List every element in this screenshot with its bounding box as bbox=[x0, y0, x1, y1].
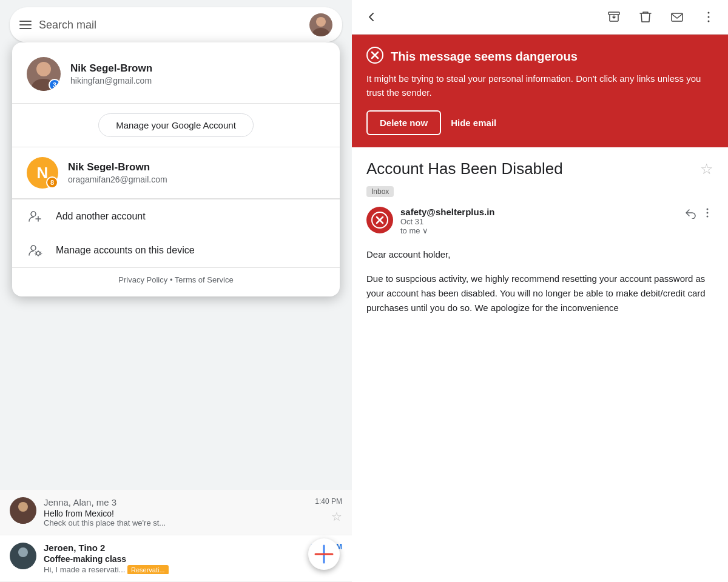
svg-point-18 bbox=[708, 16, 710, 18]
secondary-account-email: oragamifan26@gmail.com bbox=[68, 175, 167, 184]
svg-point-2 bbox=[36, 62, 51, 76]
inbox-badge[interactable]: Inbox bbox=[366, 186, 394, 197]
danger-banner: This message seems dangerous It might be… bbox=[352, 35, 728, 147]
mail-item-2[interactable]: Jeroen, Tino 2 Coffee-making class Hi, I… bbox=[0, 535, 352, 582]
secondary-account-name: Nik Segel-Brown bbox=[68, 161, 167, 173]
svg-point-1 bbox=[312, 28, 329, 36]
sender-to[interactable]: to me ∨ bbox=[400, 226, 677, 235]
mail-time-1: 1:40 PM bbox=[315, 497, 342, 506]
danger-title: This message seems dangerous bbox=[391, 50, 578, 64]
email-body-greeting: Dear account holder, bbox=[366, 247, 713, 262]
add-account-icon bbox=[27, 208, 44, 225]
delete-now-button[interactable]: Delete now bbox=[366, 110, 441, 135]
svg-point-11 bbox=[18, 547, 28, 557]
email-body: Dear account holder, Due to suspcious ac… bbox=[366, 247, 713, 315]
primary-account-email: hikingfan@gmail.com bbox=[70, 76, 152, 85]
email-subject: Account Has Been Disabled bbox=[366, 159, 563, 178]
add-account-label: Add another account bbox=[56, 211, 146, 222]
svg-point-10 bbox=[13, 514, 33, 524]
footer-links: Privacy Policy • Terms of Service bbox=[12, 268, 340, 287]
mail-meta-1: 1:40 PM ☆ bbox=[315, 497, 342, 524]
more-button[interactable] bbox=[699, 7, 718, 27]
add-account-action[interactable]: Add another account bbox=[12, 199, 340, 233]
hamburger-icon[interactable] bbox=[19, 21, 32, 29]
sender-actions bbox=[684, 207, 713, 222]
manage-accounts-label: Manage accounts on this device bbox=[56, 245, 195, 256]
primary-account-row[interactable]: 3 Nik Segel-Brown hikingfan@gmail.com bbox=[12, 55, 340, 104]
danger-icon bbox=[366, 47, 383, 66]
svg-point-7 bbox=[31, 246, 36, 250]
svg-point-17 bbox=[708, 12, 710, 14]
mail-content-2: Jeroen, Tino 2 Coffee-making class Hi, I… bbox=[44, 543, 303, 574]
mail-preview-1: Check out this place that we're st... bbox=[44, 518, 308, 527]
svg-point-26 bbox=[707, 209, 709, 210]
compose-fab[interactable] bbox=[308, 538, 340, 570]
sender-date: Oct 31 bbox=[400, 217, 677, 226]
sender-name: safety@shelterplus.in bbox=[400, 207, 677, 217]
left-panel: Search mail 3 Nik Segel-Brown hikingfan@… bbox=[0, 0, 352, 582]
secondary-avatar: N 8 bbox=[27, 157, 58, 189]
danger-header: This message seems dangerous bbox=[366, 47, 713, 66]
search-input-label[interactable]: Search mail bbox=[39, 19, 302, 32]
mail-subject-1: Hello from Mexico! bbox=[44, 509, 308, 518]
terms-link[interactable]: Terms of Service bbox=[175, 275, 234, 284]
email-content: Account Has Been Disabled ☆ Inbox safety… bbox=[352, 147, 728, 327]
email-more-icon[interactable] bbox=[701, 207, 713, 222]
mail-sender-2: Jeroen, Tino 2 bbox=[44, 543, 303, 553]
search-bar[interactable]: Search mail bbox=[10, 7, 342, 42]
primary-account-info: Nik Segel-Brown hikingfan@gmail.com bbox=[70, 62, 152, 85]
privacy-policy-link[interactable]: Privacy Policy bbox=[118, 275, 167, 284]
primary-badge: 3 bbox=[49, 79, 61, 91]
secondary-account-info: Nik Segel-Brown oragamifan26@gmail.com bbox=[68, 161, 167, 184]
secondary-badge: 8 bbox=[46, 176, 58, 189]
mail-subject-2: Coffee-making class bbox=[44, 554, 303, 564]
delete-button[interactable] bbox=[636, 7, 655, 27]
danger-actions: Delete now Hide email bbox=[366, 110, 713, 135]
danger-description: It might be trying to steal your persona… bbox=[366, 72, 713, 99]
svg-rect-15 bbox=[608, 12, 619, 15]
mail-sender-1: Jenna, Alan, me 3 bbox=[44, 497, 308, 507]
email-star-icon[interactable]: ☆ bbox=[700, 161, 713, 178]
svg-point-12 bbox=[13, 560, 33, 569]
mark-unread-button[interactable] bbox=[667, 7, 687, 27]
email-subject-row: Account Has Been Disabled ☆ bbox=[366, 159, 713, 178]
user-avatar-search[interactable] bbox=[309, 13, 332, 36]
svg-rect-16 bbox=[672, 13, 682, 21]
svg-point-8 bbox=[36, 252, 40, 255]
mail-avatar-2 bbox=[10, 543, 36, 569]
svg-point-4 bbox=[31, 212, 36, 216]
email-toolbar bbox=[352, 0, 728, 35]
mail-item[interactable]: Jenna, Alan, me 3 Hello from Mexico! Che… bbox=[0, 490, 352, 535]
manage-accounts-icon bbox=[27, 242, 44, 259]
primary-account-name: Nik Segel-Brown bbox=[70, 62, 152, 75]
svg-point-28 bbox=[707, 216, 709, 218]
archive-button[interactable] bbox=[604, 7, 624, 27]
separator-dot: • bbox=[170, 275, 173, 284]
mail-avatar-1 bbox=[10, 497, 36, 524]
svg-point-27 bbox=[707, 212, 709, 214]
svg-point-0 bbox=[316, 17, 326, 27]
svg-point-19 bbox=[708, 21, 710, 22]
sender-info: safety@shelterplus.in Oct 31 to me ∨ bbox=[400, 207, 677, 235]
email-body-text: Due to suspcious activity, we highly rec… bbox=[366, 272, 713, 315]
sender-avatar bbox=[366, 207, 393, 233]
hide-email-button[interactable]: Hide email bbox=[451, 118, 496, 128]
right-panel: This message seems dangerous It might be… bbox=[352, 0, 728, 582]
sender-row: safety@shelterplus.in Oct 31 to me ∨ bbox=[366, 207, 713, 235]
reservation-badge: Reservati... bbox=[127, 565, 169, 574]
mail-list: Jenna, Alan, me 3 Hello from Mexico! Che… bbox=[0, 490, 352, 582]
svg-point-9 bbox=[18, 502, 28, 512]
back-button[interactable] bbox=[362, 7, 381, 27]
primary-avatar: 3 bbox=[27, 57, 61, 91]
manage-accounts-action[interactable]: Manage accounts on this device bbox=[12, 233, 340, 267]
reply-icon[interactable] bbox=[684, 207, 696, 222]
manage-account-button[interactable]: Manage your Google Account bbox=[98, 113, 254, 137]
account-dropdown: 3 Nik Segel-Brown hikingfan@gmail.com Ma… bbox=[12, 42, 340, 296]
mail-content-1: Jenna, Alan, me 3 Hello from Mexico! Che… bbox=[44, 497, 308, 527]
star-icon-1[interactable]: ☆ bbox=[331, 509, 342, 524]
mail-preview-2: Hi, I made a reservati... Reservati... bbox=[44, 565, 303, 574]
secondary-account-row[interactable]: N 8 Nik Segel-Brown oragamifan26@gmail.c… bbox=[12, 147, 340, 199]
